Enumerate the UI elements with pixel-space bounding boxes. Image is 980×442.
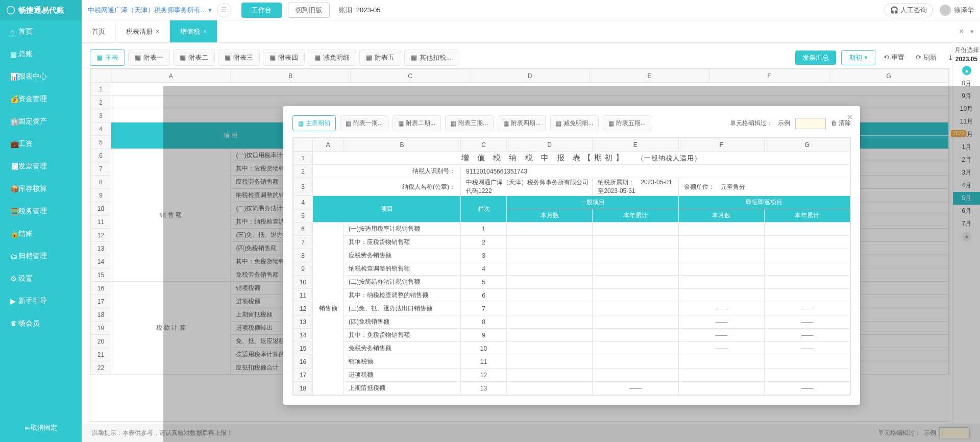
nav-item-9[interactable]: 🔒结账 [0,223,82,245]
sub-tab-2[interactable]: ▦附表二 [173,50,215,66]
period-initial-modal: × ▦主表期初▦附表一期...▦附表二期...▦附表三期...▦附表四期...▦… [283,106,860,405]
nav-item-4[interactable]: 🏢固定资产 [0,110,82,133]
modal-tab-3[interactable]: ▦附表三期... [445,115,494,131]
modal-tab-5[interactable]: ▦减免明细... [550,115,599,131]
modal-tab-0[interactable]: ▦主表期初 [292,115,336,131]
page-tab-2[interactable]: 增值税× [170,20,217,42]
nav-item-5[interactable]: 💼工资 [0,133,82,155]
sheet-icon: ▦ [556,120,561,127]
switch-old-button[interactable]: 切到旧版 [288,3,330,18]
sub-tab-4[interactable]: ▦附表四 [263,50,305,66]
nav-icon: ▤ [10,50,18,58]
page-tab-1[interactable]: 税表清册× [116,20,170,42]
nav-icon: 🔒 [10,230,18,238]
sheet-icon: ▦ [270,54,276,61]
pin-icon: ⇤ [25,424,31,432]
nav-item-2[interactable]: 📊报表中心 [0,65,82,88]
modal-close-button[interactable]: × [847,111,853,123]
topbar: 中税网通广泽（天津）税务师事务所有...▾ ☰ 工作台 切到旧版 账期 2023… [82,0,980,20]
brand-icon [6,6,15,15]
nav-item-13[interactable]: ♛畅会员 [0,312,82,335]
nav-item-3[interactable]: 💰资金管理 [0,88,82,110]
nav-item-0[interactable]: ⌂首页 [0,20,82,43]
period-value[interactable]: 2023-05 [356,6,381,14]
reset-button[interactable]: ⟲重置 [880,51,908,65]
consult-button[interactable]: 🎧 人工咨询 [885,3,933,17]
sheet-icon: ▦ [608,120,614,127]
sidebar: 畅捷通易代账 ⌂首页▤总账📊报表中心💰资金管理🏢固定资产💼工资🧾发票管理📦库存核… [0,0,82,442]
nav-icon: ▶ [10,297,18,305]
sheet-icon: ▦ [180,54,186,61]
nav-icon: ⚙ [10,275,18,283]
refresh-icon: ⟳ [916,54,921,61]
tab-close-icon[interactable]: × [156,28,159,35]
reset-icon: ⟲ [884,54,889,61]
modal-sheet: ABCDEFG1增 值 税 纳 税 申 报 表【期初】 （一般纳税人适用）2纳税… [292,137,851,396]
calendar-icon: ☰ [221,6,227,14]
user-menu[interactable]: 徐泽华 [940,5,974,16]
sub-tab-1[interactable]: ▦附表一 [128,50,170,66]
caret-down-icon: ▾ [208,6,212,14]
workbench-button[interactable]: 工作台 [241,3,282,18]
company-selector[interactable]: 中税网通广泽（天津）税务师事务所有...▾ [88,6,212,15]
modal-overlay: × ▦主表期初▦附表一期...▦附表二期...▦附表三期...▦附表四期...▦… [163,86,980,442]
sheet-icon: ▦ [96,54,103,61]
period-initial-button[interactable]: 期初▾ [841,50,875,65]
tab-close-icon[interactable]: × [203,28,207,35]
nav-item-11[interactable]: ⚙设置 [0,267,82,290]
page-tabs: 首页税表清册×增值税× ✕ ▾ [82,20,980,43]
nav-item-12[interactable]: ▶新手引导 [0,290,82,312]
sheet-icon: ▦ [451,120,456,127]
avatar [940,5,951,16]
headset-icon: 🎧 [890,6,898,14]
nav-icon: ⌂ [10,28,18,36]
period-label: 账期 [339,6,352,15]
unpin-button[interactable]: ⇤ 取消固定 [0,419,82,437]
sheet-icon: ▦ [411,54,417,61]
month-rail-title: 月份选择 [954,46,979,55]
modal-tab-1[interactable]: ▦附表一期... [340,115,388,131]
nav-icon: 💼 [10,140,18,148]
nav-icon: 🏢 [10,117,18,126]
sheet-icon: ▦ [398,120,404,127]
modal-tab-4[interactable]: ▦附表四期... [498,115,546,131]
date-button[interactable]: ☰ [217,3,231,17]
nav-icon: 🧮 [10,207,18,215]
nav-icon: 📦 [10,185,18,193]
modal-tab-6[interactable]: ▦附表五期... [603,115,651,131]
month-scroll-up[interactable]: ▴ [962,66,971,75]
refresh-button[interactable]: ⟳刷新 [913,51,940,65]
nav-icon: 📊 [10,72,18,81]
page-tab-0[interactable]: 首页 [82,20,116,42]
nav-icon: 💰 [10,95,18,103]
nav-item-10[interactable]: 🗂归档管理 [0,245,82,267]
nav-item-7[interactable]: 📦库存核算 [0,178,82,200]
sub-tab-7[interactable]: ▦其他扣税... [404,50,458,66]
sheet-icon: ▦ [346,120,351,127]
nav-item-1[interactable]: ▤总账 [0,43,82,65]
modal-tab-2[interactable]: ▦附表二期... [393,115,441,131]
content: ▦主表▦附表一▦附表二▦附表三▦附表四▦减免明细▦附表五▦其他扣税... 发票汇… [82,43,980,442]
sub-tab-0[interactable]: ▦主表 [90,50,125,66]
sheet-icon: ▦ [298,120,304,127]
close-tab-icon[interactable]: ✕ [959,28,964,35]
sheet-icon: ▦ [503,120,509,127]
modal-tabs: ▦主表期初▦附表一期...▦附表二期...▦附表三期...▦附表四期...▦减免… [283,106,860,135]
sub-tab-5[interactable]: ▦减免明细 [308,50,356,66]
nav-icon: 🗂 [10,252,18,260]
sub-tabs: ▦主表▦附表一▦附表二▦附表三▦附表四▦减免明细▦附表五▦其他扣税... 发票汇… [82,43,980,68]
sheet-icon: ▦ [366,54,372,61]
invoice-summary-button[interactable]: 发票汇总 [795,51,836,65]
sub-tab-6[interactable]: ▦附表五 [359,50,401,66]
modal-example-input[interactable] [795,118,826,129]
month-rail-year: 2023.05 [955,56,977,63]
sheet-icon: ▦ [225,54,231,61]
nav-item-8[interactable]: 🧮税务管理 [0,200,82,223]
sheet-icon: ▦ [314,54,321,61]
nav-item-6[interactable]: 🧾发票管理 [0,155,82,178]
sheet-icon: ▦ [135,54,141,61]
caret-down-icon: ▾ [864,54,868,61]
sub-tab-3[interactable]: ▦附表三 [218,50,260,66]
more-tabs-icon[interactable]: ▾ [970,28,974,35]
nav-icon: 🧾 [10,162,18,170]
